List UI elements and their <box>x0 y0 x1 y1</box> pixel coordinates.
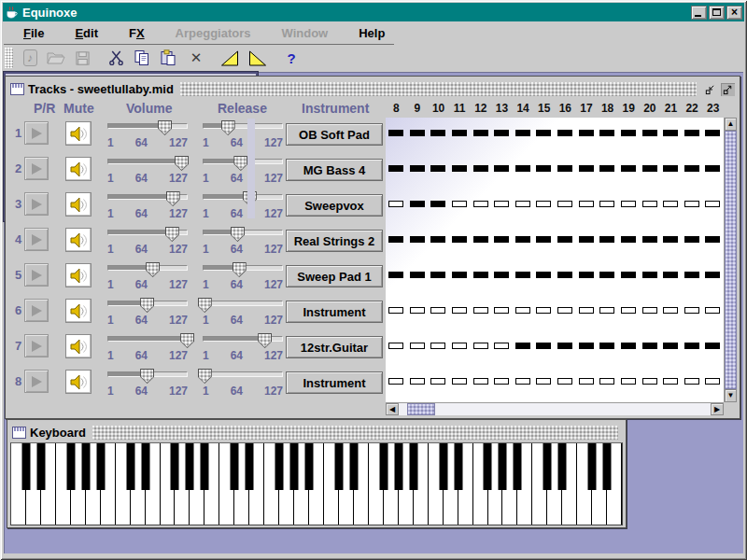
empty-clip[interactable] <box>515 378 530 385</box>
black-key[interactable] <box>141 443 149 490</box>
black-key[interactable] <box>81 443 90 490</box>
slider-thumb[interactable] <box>158 120 172 135</box>
empty-clip[interactable] <box>705 378 720 385</box>
empty-clip[interactable] <box>621 201 636 207</box>
black-key[interactable] <box>186 443 194 490</box>
black-key[interactable] <box>290 443 299 490</box>
empty-clip[interactable] <box>388 201 403 207</box>
slider-thumb[interactable] <box>146 262 160 277</box>
black-key[interactable] <box>409 443 417 490</box>
note-clip[interactable] <box>642 236 657 243</box>
note-clip[interactable] <box>557 343 572 349</box>
empty-clip[interactable] <box>430 307 445 314</box>
note-clip[interactable] <box>536 236 551 243</box>
empty-clip[interactable] <box>642 378 657 385</box>
note-clip[interactable] <box>536 130 551 136</box>
black-key[interactable] <box>171 443 179 490</box>
note-clip[interactable] <box>684 130 699 136</box>
black-key[interactable] <box>349 443 358 490</box>
note-clip[interactable] <box>473 165 488 172</box>
note-clip[interactable] <box>579 165 594 172</box>
menu-file[interactable]: File <box>23 26 44 40</box>
note-clip[interactable] <box>642 165 657 172</box>
tracks-maximize-button[interactable] <box>721 83 735 96</box>
black-key[interactable] <box>603 443 612 490</box>
help-button[interactable]: ? <box>280 48 303 68</box>
empty-clip[interactable] <box>452 307 467 314</box>
empty-clip[interactable] <box>579 201 594 207</box>
release-slider[interactable] <box>203 262 283 278</box>
instrument-button[interactable]: Sweep Pad 1 <box>286 265 383 287</box>
volume-slider[interactable] <box>107 262 188 278</box>
note-clip[interactable] <box>621 236 636 243</box>
note-clip[interactable] <box>515 130 530 136</box>
black-key[interactable] <box>439 443 447 490</box>
play-record-button[interactable] <box>24 157 49 180</box>
note-clip[interactable] <box>579 272 594 278</box>
instrument-button[interactable]: Instrument <box>286 371 383 394</box>
empty-clip[interactable] <box>642 201 657 207</box>
vertical-scroll-thumb[interactable] <box>725 131 737 389</box>
scroll-up-button[interactable]: ▲ <box>725 118 737 131</box>
empty-clip[interactable] <box>388 343 403 349</box>
new-button[interactable]: ♪ <box>19 48 41 68</box>
note-clip[interactable] <box>473 130 488 136</box>
volume-slider[interactable] <box>107 191 188 207</box>
slider-thumb[interactable] <box>258 333 272 348</box>
empty-clip[interactable] <box>684 378 699 385</box>
black-key[interactable] <box>126 443 134 490</box>
play-record-button[interactable] <box>24 299 49 322</box>
empty-clip[interactable] <box>515 201 530 207</box>
note-clip[interactable] <box>452 130 467 136</box>
note-clip[interactable] <box>515 165 530 172</box>
slider-thumb[interactable] <box>221 120 235 135</box>
black-key[interactable] <box>36 443 45 490</box>
empty-clip[interactable] <box>494 343 509 349</box>
note-clip[interactable] <box>621 343 636 349</box>
black-key[interactable] <box>66 443 75 490</box>
volume-slider[interactable] <box>107 156 188 172</box>
delete-button[interactable]: ✕ <box>185 48 207 68</box>
empty-clip[interactable] <box>663 307 678 314</box>
empty-clip[interactable] <box>705 307 720 314</box>
slider-thumb[interactable] <box>165 227 179 242</box>
instrument-button[interactable]: 12str.Guitar <box>286 336 383 358</box>
slider-thumb[interactable] <box>233 156 247 171</box>
note-clip[interactable] <box>705 236 720 243</box>
note-clip[interactable] <box>684 165 699 172</box>
empty-clip[interactable] <box>410 378 425 385</box>
volume-slider[interactable] <box>107 369 188 385</box>
note-clip[interactable] <box>684 272 699 278</box>
empty-clip[interactable] <box>430 343 445 349</box>
black-key[interactable] <box>514 443 522 490</box>
mute-button[interactable] <box>65 334 92 358</box>
note-clip[interactable] <box>705 130 720 136</box>
volume-slider[interactable] <box>107 120 188 136</box>
note-clip[interactable] <box>579 130 594 136</box>
note-clip[interactable] <box>642 272 657 278</box>
empty-clip[interactable] <box>557 378 572 385</box>
empty-clip[interactable] <box>705 201 720 207</box>
slider-thumb[interactable] <box>166 191 180 206</box>
note-clip[interactable] <box>430 130 445 136</box>
note-clip[interactable] <box>473 236 488 243</box>
note-clip[interactable] <box>452 272 467 278</box>
open-button[interactable] <box>45 48 67 68</box>
note-clip[interactable] <box>663 165 678 172</box>
keyboard-titlebar[interactable]: Keyboard <box>10 423 623 442</box>
menu-window[interactable]: Window <box>282 26 329 40</box>
empty-clip[interactable] <box>473 201 488 207</box>
volume-slider[interactable] <box>107 227 188 243</box>
note-clip[interactable] <box>430 272 445 278</box>
empty-clip[interactable] <box>452 201 467 207</box>
empty-clip[interactable] <box>494 201 509 207</box>
black-key[interactable] <box>379 443 388 490</box>
black-key[interactable] <box>305 443 314 490</box>
note-clip[interactable] <box>494 236 509 243</box>
note-clip[interactable] <box>515 343 530 349</box>
release-slider[interactable] <box>203 333 283 349</box>
note-clip[interactable] <box>388 272 403 278</box>
note-clip[interactable] <box>410 272 425 278</box>
empty-clip[interactable] <box>452 343 467 349</box>
empty-clip[interactable] <box>557 201 572 207</box>
